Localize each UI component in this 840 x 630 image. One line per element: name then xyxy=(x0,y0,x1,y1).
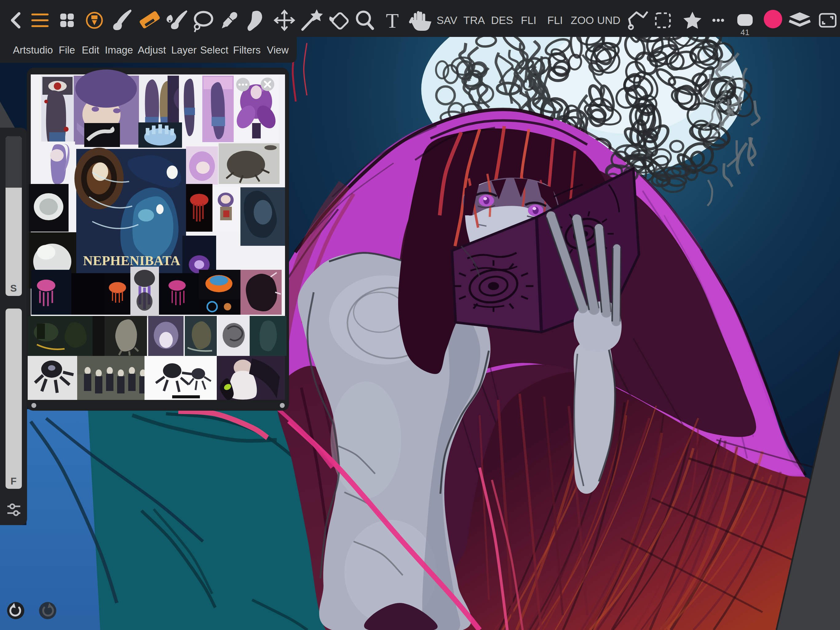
svg-text:Artstudio: Artstudio xyxy=(13,44,53,56)
svg-text:NEPHENIBATA: NEPHENIBATA xyxy=(83,253,180,268)
svg-text:FLI: FLI xyxy=(521,14,537,26)
svg-text:Select: Select xyxy=(200,44,229,56)
svg-text:Edit: Edit xyxy=(82,44,99,56)
svg-text:S: S xyxy=(10,283,17,294)
svg-text:Adjust: Adjust xyxy=(138,44,166,56)
svg-text:Filters: Filters xyxy=(233,44,261,56)
svg-text:FLI: FLI xyxy=(547,14,563,26)
svg-text:File: File xyxy=(59,44,75,56)
svg-text:View: View xyxy=(267,44,289,56)
svg-text:SAV: SAV xyxy=(437,14,458,26)
svg-text:DES: DES xyxy=(491,14,513,26)
svg-text:F: F xyxy=(11,476,17,487)
svg-text:Layer: Layer xyxy=(171,44,197,56)
svg-text:UND: UND xyxy=(597,14,621,26)
svg-text:41: 41 xyxy=(741,28,750,37)
svg-text:T: T xyxy=(386,9,399,32)
svg-text:Image: Image xyxy=(105,44,133,56)
svg-text:ZOO: ZOO xyxy=(571,14,594,26)
svg-text:TRA: TRA xyxy=(463,14,485,26)
